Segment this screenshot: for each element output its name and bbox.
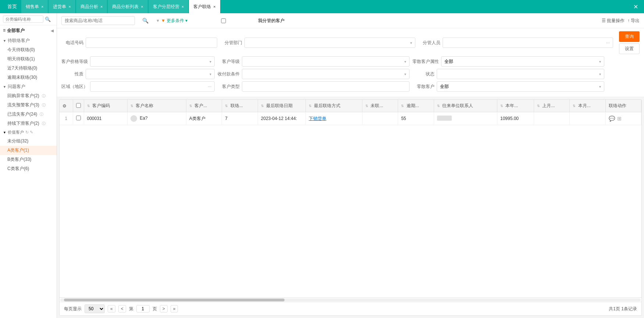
edit-icon[interactable]: ✎	[30, 130, 33, 135]
search-input[interactable]	[61, 16, 135, 25]
col-last-method[interactable]: ⇅ 最后联络方式	[305, 100, 362, 112]
message-icon[interactable]: 💬	[609, 116, 615, 121]
home-tab[interactable]: 首页	[3, 0, 21, 13]
col-customer-type[interactable]: ⇅ 客户...	[186, 100, 222, 112]
price-grade-input[interactable]: ▾	[90, 56, 215, 67]
prev-page-button[interactable]: <	[118, 305, 126, 312]
customer-grade-input[interactable]: ▾	[242, 56, 409, 67]
scrollbar-thumb[interactable]	[64, 298, 285, 301]
tab-sales-order[interactable]: 销售单 ×	[21, 0, 48, 13]
dept-input[interactable]: ▾	[244, 38, 415, 48]
problem-customers-group[interactable]: ▼ 问题客户	[0, 82, 57, 91]
close-icon[interactable]: ×	[141, 4, 143, 9]
payment-input[interactable]: ▾	[242, 69, 409, 79]
chevron-down-icon: ▾	[210, 72, 211, 76]
more-action-icon[interactable]: ⊞	[617, 116, 622, 121]
col-contact-person[interactable]: ⇅ 往来单位联系人	[434, 100, 497, 112]
retail-attr-input[interactable]: 全部 ▾	[441, 56, 604, 67]
customer-type-input[interactable]	[242, 81, 409, 92]
search-button[interactable]: 🔍	[138, 15, 153, 26]
tab-purchase-order[interactable]: 进货单 ×	[49, 0, 75, 13]
retail-customer-input[interactable]: 全部 ▾	[437, 81, 604, 92]
collapse-icon[interactable]: ◀	[51, 29, 54, 33]
refresh-icon[interactable]: ↻	[25, 130, 29, 135]
batch-ops-button[interactable]: ☰ 批量操作	[602, 18, 625, 24]
sidebar-item-7days-pending[interactable]: 近7天待联络(0)	[0, 64, 57, 73]
sort-icon: ⇅	[437, 104, 440, 108]
col-this-month[interactable]: ⇅ 本月...	[570, 100, 605, 112]
tab-customer-stratification[interactable]: 客户分层经营 ×	[149, 0, 188, 13]
close-icon[interactable]: ×	[41, 4, 43, 9]
more-filters-button[interactable]: ▼ ▼ 更多条件 ▾	[156, 18, 187, 24]
col-this-year[interactable]: ⇅ 本年...	[497, 100, 534, 112]
per-page-select[interactable]: 50 100	[85, 304, 105, 313]
all-customers-header[interactable]: ⠿ 全部客户 ◀	[0, 25, 57, 36]
settings-button[interactable]: 设置	[619, 43, 640, 54]
col-uncontacted[interactable]: ⇅ 未联...	[362, 100, 398, 112]
tab-product-analysis-list[interactable]: 商品分析列表 ×	[108, 0, 147, 13]
status-field: 状态 ▾	[412, 69, 604, 79]
tab-label: 商品分析列表	[112, 4, 139, 10]
my-customers-checkbox[interactable]	[190, 18, 257, 23]
close-icon[interactable]: ×	[100, 4, 103, 9]
sidebar-item-declining[interactable]: 持续下滑客户(2) ⓘ	[0, 119, 57, 128]
nature-input[interactable]: ▾	[86, 69, 215, 79]
gear-icon[interactable]: ⚙	[62, 103, 67, 109]
last-page-button[interactable]: »	[171, 305, 178, 312]
select-all-checkbox[interactable]	[76, 103, 81, 108]
close-icon[interactable]: ×	[182, 4, 184, 9]
sidebar-item-churn-warning[interactable]: 流失预警客户(3) ⓘ	[0, 100, 57, 110]
close-icon[interactable]: ×	[68, 4, 71, 9]
col-name[interactable]: ⇅ 客户名称	[127, 100, 186, 112]
status-input[interactable]: ▾	[437, 69, 604, 79]
category-search-input[interactable]	[3, 15, 43, 23]
export-button[interactable]: ↑ 导出	[627, 18, 640, 24]
sidebar-item-churned[interactable]: 已流失客户(24) ⓘ	[0, 110, 57, 119]
horizontal-scrollbar[interactable]	[60, 297, 641, 302]
phone-input[interactable]	[86, 38, 217, 48]
retail-attr-field: 零散客户属性 全部 ▾	[412, 56, 604, 67]
sidebar-item-today-pending[interactable]: 今天待联络(0)	[0, 45, 57, 54]
tab-product-analysis[interactable]: 商品分析 ×	[76, 0, 107, 13]
page-number-input[interactable]	[136, 305, 150, 312]
last-contact-method-link[interactable]: 下销货单	[309, 116, 326, 121]
row-checkbox[interactable]	[76, 116, 81, 120]
col-method-label: 最后联络方式	[314, 103, 340, 108]
row-checkbox-cell[interactable]	[73, 112, 84, 125]
manager-input[interactable]: ···	[443, 38, 613, 48]
col-last-date[interactable]: ⇅ 最后联络日期	[258, 100, 305, 112]
customer-name-cell[interactable]: Ea?	[127, 112, 186, 125]
item-label: 持续下滑客户(2)	[7, 121, 39, 126]
info-icon: ⓘ	[42, 103, 46, 107]
col-last-month[interactable]: ⇅ 上月...	[534, 100, 570, 112]
last-contact-method-cell[interactable]: 下销货单	[305, 112, 362, 125]
scrollbar-track[interactable]	[60, 298, 641, 301]
next-page-button[interactable]: >	[160, 305, 168, 312]
sidebar-item-ungrouped[interactable]: 未分组(32)	[0, 137, 57, 146]
my-customers-checkbox-group[interactable]: 我分管的客户	[190, 18, 285, 24]
col-code[interactable]: ⇅ 客户编码	[84, 100, 127, 112]
tab-customer-contact[interactable]: 客户联络 ×	[189, 0, 220, 13]
pending-contact-group[interactable]: ▼ 待联络客户	[0, 36, 57, 45]
sidebar-item-class-c[interactable]: C类客户(6)	[0, 164, 57, 173]
gear-header[interactable]: ⚙	[60, 100, 73, 112]
sidebar-item-class-b[interactable]: B类客户(33)	[0, 155, 57, 164]
customer-code-cell[interactable]: 000031	[84, 112, 127, 125]
sidebar-item-overdue-pending[interactable]: 逾期未联络(30)	[0, 73, 57, 82]
first-page-button[interactable]: «	[108, 305, 115, 312]
col-overdue[interactable]: ⇅ 逾期...	[398, 100, 434, 112]
close-icon[interactable]: ×	[213, 4, 215, 9]
customer-type-value: A类客户	[189, 116, 205, 121]
search-icon[interactable]: 🔍	[45, 17, 51, 22]
col-lm-label: 上月...	[542, 103, 555, 108]
close-window-button[interactable]: ✕	[630, 3, 641, 10]
sidebar-item-class-a[interactable]: A类客户(1)	[0, 146, 57, 155]
checkbox-header[interactable]	[73, 100, 84, 112]
region-input[interactable]: ···	[90, 81, 215, 92]
query-button[interactable]: 查询	[619, 31, 640, 42]
chevron-down-icon: ▾	[599, 60, 601, 64]
sidebar-item-repurchase-anomaly[interactable]: 回购异常客户(2) ⓘ	[0, 91, 57, 100]
sidebar-item-tomorrow-pending[interactable]: 明天待联络(1)	[0, 54, 57, 64]
col-contact-count[interactable]: ⇅ 联络...	[222, 100, 258, 112]
chevron-down-icon: ▾	[210, 60, 211, 64]
